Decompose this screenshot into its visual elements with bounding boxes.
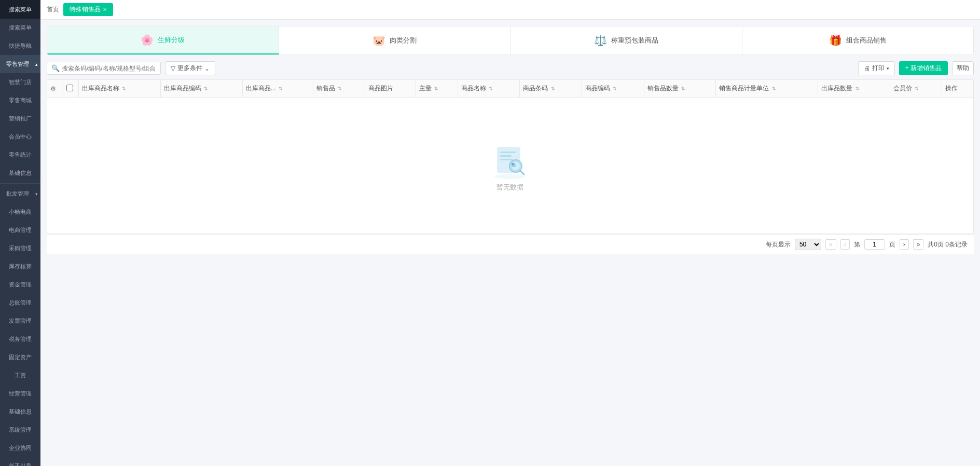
empty-state: 暂无数据 [47,98,973,234]
sort-icon-member-price[interactable]: ⇅ [915,86,919,91]
sort-icon-out-qty[interactable]: ⇅ [855,86,860,91]
empty-illustration [58,139,963,181]
filter-icon: ▽ [171,65,175,72]
mini-store-label: 小畅电商 [9,208,32,216]
svg-rect-4 [500,159,513,160]
sort-icon-product-code[interactable]: ⇅ [613,86,617,91]
prev-page-button[interactable]: ‹ [840,239,850,250]
filter-button[interactable]: ▽ 更多条件 ⌄ [165,61,215,75]
sidebar-item-enterprise-coop[interactable]: 企业协同 [0,439,40,457]
fresh-grade-icon: 🌸 [141,34,154,46]
retail-mall-label: 零售商城 [9,97,32,104]
fixed-assets-label: 固定资产 [9,353,32,361]
col-member-price: 会员价 ⇅ [890,80,942,98]
sidebar-item-smart-store[interactable]: 智慧门店 [0,73,40,91]
first-page-button[interactable]: « [825,239,836,250]
sort-icon-sale-qty[interactable]: ⇅ [681,86,685,91]
sidebar-item-invoice-mgmt[interactable]: 发票管理 [0,312,40,330]
sidebar-item-labor[interactable]: 工资 [0,366,40,385]
sidebar-item-inventory[interactable]: 库存核算 [0,257,40,276]
invoice-mgmt-label: 发票管理 [9,317,32,325]
sort-icon-out-name[interactable]: ⇅ [122,86,126,91]
col-out-qty: 出库品数量 ⇅ [818,80,890,98]
combo-sales-label: 组合商品销售 [846,36,887,45]
smart-store-label: 智慧门店 [9,78,32,86]
sidebar-item-purchase-mgmt[interactable]: 采购管理 [0,239,40,257]
sidebar-item-retail-stats[interactable]: 零售统计 [0,146,40,164]
home-link[interactable]: 首页 [47,5,59,14]
col-out-code: 出库商品编码 ⇅ [160,80,242,98]
sort-icon-sale-item[interactable]: ⇅ [338,86,342,91]
enterprise-coop-label: 企业协同 [9,444,32,452]
tab-close-icon[interactable]: ✕ [103,7,107,12]
sidebar-item-quick-nav[interactable]: 快捷导航 [0,37,40,55]
page-size-select[interactable]: 10 20 50 100 [795,239,821,250]
finance-mgmt-label: 资金管理 [9,281,32,289]
member-center-label: 会员中心 [9,133,32,141]
sidebar-item-new-guide[interactable]: 新手引导 [0,457,40,466]
print-button[interactable]: 🖨 打印 ▾ [858,61,895,75]
sidebar-item-mini-store[interactable]: 小畅电商 [0,203,40,221]
sort-icon-out-spec[interactable]: ⇅ [279,86,283,91]
sidebar-item-ledger-mgmt[interactable]: 总账管理 [0,294,40,312]
retail-mgmt-label: 零售管理 [6,60,29,68]
svg-rect-3 [500,155,512,157]
sidebar-item-basic-info[interactable]: 基础信息 [0,164,40,182]
last-page-button[interactable]: » [913,239,924,250]
toolbar: 🔍 ▽ 更多条件 ⌄ 🖨 打印 ▾ + 新增销售品 [47,61,974,75]
sort-icon-main-qty[interactable]: ⇅ [434,86,438,91]
add-button[interactable]: + 新增销售品 [899,61,948,75]
col-sale-unit: 销售商品计量单位 ⇅ [716,80,818,98]
toolbar-left: 🔍 ▽ 更多条件 ⌄ [47,61,215,75]
sidebar-item-basic-info2[interactable]: 基础信息 [0,403,40,421]
sidebar-item-operations-mgmt[interactable]: 经营管理 [0,385,40,403]
cat-tab-fresh-grade[interactable]: 🌸 生鲜分级 [47,26,279,54]
sidebar-item-wholesale-mgmt[interactable]: 批发管理 ▾ [0,185,40,203]
next-page-button[interactable]: › [900,239,909,250]
sidebar-item-fixed-assets[interactable]: 固定资产 [0,348,40,366]
col-gear[interactable]: ⚙ [47,80,63,98]
current-tab: 特殊销售品 ✕ [63,3,113,16]
sidebar-item-retail-mall[interactable]: 零售商城 [0,91,40,109]
column-settings-icon[interactable]: ⚙ [50,85,56,92]
current-tab-label: 特殊销售品 [70,5,101,14]
sidebar-item-sales-promo[interactable]: 营销推广 [0,109,40,128]
sidebar-item-ecommerce-mgmt[interactable]: 电商管理 [0,221,40,239]
first-page-icon: « [829,241,833,248]
sort-icon-out-code[interactable]: ⇅ [204,86,208,91]
select-all-checkbox[interactable] [66,85,73,91]
last-page-icon: » [917,241,920,248]
toolbar-right: 🖨 打印 ▾ + 新增销售品 帮助 [858,61,974,75]
print-arrow-icon: ▾ [887,66,889,71]
sidebar-item-tax-mgmt[interactable]: 税务管理 [0,330,40,348]
sidebar-item-member-center[interactable]: 会员中心 [0,128,40,146]
cat-tab-combo-sales[interactable]: 🎁 组合商品销售 [742,26,974,54]
col-sale-item: 销售品 ⇅ [313,80,365,98]
sidebar-item-system-mgmt[interactable]: 系统管理 [0,421,40,439]
help-label: 帮助 [957,64,969,72]
fresh-grade-label: 生鲜分级 [158,35,185,45]
top-bar: 首页 特殊销售品 ✕ [40,0,980,20]
sort-icon-barcode[interactable]: ⇅ [551,86,555,91]
sidebar-item-finance-mgmt[interactable]: 资金管理 [0,276,40,294]
page-input[interactable] [864,239,885,250]
meat-cut-icon: 🐷 [372,34,385,47]
cat-tab-meat-cut[interactable]: 🐷 肉类分割 [279,26,511,54]
sidebar-logo: 搜索菜单 [0,0,40,19]
sidebar-item-search-menu[interactable]: 搜索菜单 [0,19,40,37]
help-button[interactable]: 帮助 [952,61,974,75]
sidebar-item-retail-mgmt[interactable]: 零售管理 ▴ [0,55,40,73]
search-input[interactable] [62,65,156,72]
col-main-qty: 主量 ⇅ [416,80,458,98]
logo-text: 搜索菜单 [9,6,32,13]
col-check[interactable] [63,80,78,98]
page-area: 🌸 生鲜分级 🐷 肉类分割 ⚖️ 称重预包装商品 🎁 组合商品销售 🔍 [40,20,980,466]
sort-icon-sale-unit[interactable]: ⇅ [772,86,776,91]
search-box[interactable]: 🔍 [47,62,161,75]
basic-info2-label: 基础信息 [9,408,32,416]
operations-mgmt-label: 经营管理 [9,390,32,398]
sort-icon-product-name[interactable]: ⇅ [489,86,493,91]
empty-state-illustration [487,139,533,181]
filter-label: 更多条件 [177,64,202,73]
cat-tab-weight-prepack[interactable]: ⚖️ 称重预包装商品 [510,26,742,54]
